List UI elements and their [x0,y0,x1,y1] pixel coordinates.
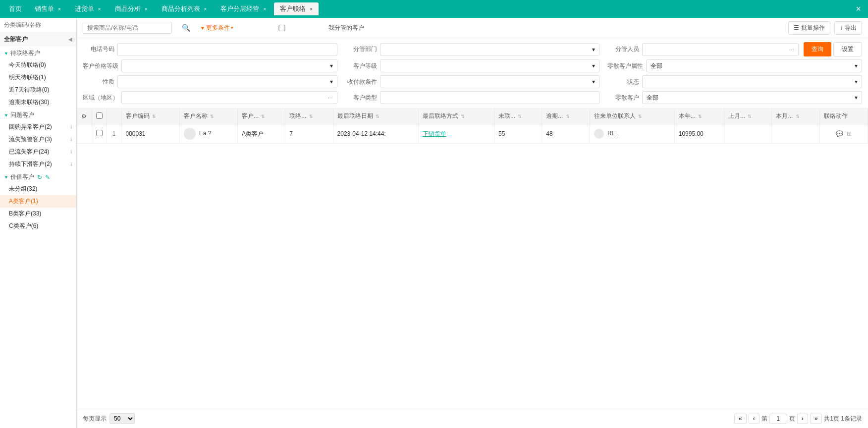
phone-input[interactable] [117,43,337,56]
th-not-contacted[interactable]: 未联... ⇅ [494,108,542,124]
nav-tab-purchase-close[interactable]: × [98,6,101,12]
phone-field[interactable] [122,46,333,53]
nav-tab-product-list-close[interactable]: × [204,6,207,12]
sort-icon-this-year: ⇅ [698,114,702,119]
retail-attr-select[interactable]: 全部 ▾ [646,59,862,72]
nav-tab-customer-contact-close[interactable]: × [310,6,313,12]
th-last-contact-method[interactable]: 最后联络方式 ⇅ [418,108,494,124]
sidebar-group-value[interactable]: ▼ 价值客户 ↻ ✎ [0,170,76,183]
th-this-year[interactable]: 本年... ⇅ [674,108,724,124]
value-group-edit-icon[interactable]: ✎ [45,174,50,181]
settings-button[interactable]: 设置 [833,42,862,56]
dept-select[interactable]: ▾ [380,43,600,56]
nature-select[interactable]: ▾ [117,75,337,88]
th-customer-level[interactable]: 客户... ⇅ [237,108,285,124]
sidebar-item-c-class[interactable]: C类客户(6) [0,220,76,232]
th-contact[interactable]: 联络... ⇅ [285,108,333,124]
td-last-contact-method[interactable]: 下销货单 [418,124,494,144]
sidebar-item-churn-warning[interactable]: 流失预警客户(3) ℹ [0,133,76,146]
sidebar-search-input[interactable] [4,21,77,28]
th-settings[interactable]: ⚙ [77,108,92,124]
th-company-contact[interactable]: 往来单位联系人 ⇅ [590,108,674,124]
manager-dots[interactable]: ··· [789,46,794,53]
advanced-filters: 电话号码 分管部门 ▾ 分管人员 ··· [77,38,868,108]
sidebar-item-today-pending[interactable]: 今天待联络(0) [0,59,76,71]
query-button[interactable]: 查询 [804,42,831,56]
sidebar-group-pending[interactable]: ▼ 待联络客户 [0,47,76,59]
sort-icon-not-contacted: ⇅ [518,114,522,119]
region-input[interactable]: ··· [121,91,337,104]
retail-customer-select[interactable]: 全部 ▾ [642,91,862,104]
customer-type-select[interactable] [380,91,600,104]
filter-bar: 🔍 ▼ 更多条件 ▾ 我分管的客户 ☰ 批量操作 ↓ 导出 [77,18,868,38]
sidebar-search-area: 🔍 [0,18,76,32]
customer-level-select[interactable]: ▾ [380,59,600,72]
th-this-month[interactable]: 本月... ⇅ [772,108,819,124]
prev-page-button[interactable]: ‹ [749,414,760,424]
export-button[interactable]: ↓ 导出 [834,21,862,35]
nav-tab-product-analysis[interactable]: 商品分析 × [109,2,154,15]
status-select[interactable]: ▾ [642,75,862,88]
more-conditions-btn[interactable]: ▼ 更多条件 ▾ [200,24,233,32]
th-action: 联络动作 [819,108,868,124]
next-page-button[interactable]: › [797,414,808,424]
value-group-refresh-icon[interactable]: ↻ [37,174,42,181]
sidebar-item-abnormal-repurchase[interactable]: 回购异常客户(2) ℹ [0,121,76,133]
th-last-month[interactable]: 上月... ⇅ [724,108,772,124]
nav-tab-product-analysis-close[interactable]: × [145,6,148,12]
td-not-contacted: 55 [494,124,542,144]
price-level-select[interactable]: ▾ [121,59,337,72]
close-all-button[interactable]: × [853,4,864,14]
sidebar-item-declining[interactable]: 持续下滑客户(2) ℹ [0,158,76,170]
th-customer-name[interactable]: 客户名称 ⇅ [179,108,237,124]
nav-tab-sales-close[interactable]: × [58,6,61,12]
last-contact-method-link[interactable]: 下销货单 [423,130,446,137]
td-overdue: 48 [542,124,590,144]
sidebar-item-7days-pending[interactable]: 近7天待联络(0) [0,84,76,96]
search-input[interactable] [83,22,172,34]
retail-customer-chevron: ▾ [855,94,858,101]
payment-select[interactable]: ▾ [380,75,600,88]
nav-tab-product-list[interactable]: 商品分析列表 × [156,2,213,15]
sidebar-all-customers[interactable]: 全部客户 ◀ [0,32,76,47]
sidebar-item-b-class[interactable]: B类客户(33) [0,208,76,220]
nav-home[interactable]: 首页 [4,2,27,15]
th-customer-code[interactable]: 客户编码 ⇅ [121,108,179,124]
search-button[interactable]: 🔍 [176,21,196,35]
nav-tab-customer-segment-close[interactable]: × [263,6,266,12]
manager-input[interactable]: ··· [642,43,799,56]
first-page-button[interactable]: « [734,414,747,424]
pagination: 每页显示 50 100 « ‹ 第 页 › » 共1页 1条记录 [77,409,868,428]
sidebar-item-tomorrow-pending[interactable]: 明天待联络(1) [0,71,76,84]
region-field[interactable] [126,94,328,101]
sort-icon-code: ⇅ [152,114,156,119]
filter-price-level: 客户价格等级 ▾ [83,59,337,72]
nav-tab-customer-contact[interactable]: 客户联络 × [274,2,319,15]
td-customer-name: Ea ? [179,124,237,144]
my-customers-checkbox[interactable] [237,25,326,31]
page-input[interactable] [769,414,787,424]
qr-icon[interactable]: ⊞ [847,130,852,137]
sidebar: 🔍 全部客户 ◀ ▼ 待联络客户 今天待联络(0) 明天待联络(1) 近7天待联… [0,18,77,428]
sidebar-group-problem[interactable]: ▼ 问题客户 [0,108,76,121]
last-page-button[interactable]: » [810,414,822,424]
nav-tab-customer-segment[interactable]: 客户分层经营 × [215,2,272,15]
sidebar-item-churned[interactable]: 已流失客户(24) ℹ [0,146,76,158]
select-all-checkbox[interactable] [96,112,103,119]
th-overdue[interactable]: 逾期... ⇅ [542,108,590,124]
td-this-year: 10995.00 [674,124,724,144]
sidebar-item-overdue-pending[interactable]: 逾期未联络(30) [0,96,76,108]
manager-field[interactable] [647,46,789,53]
chat-icon[interactable]: 💬 [836,130,843,137]
sidebar-item-a-class[interactable]: A类客户(1) [0,195,76,208]
nav-tab-purchase[interactable]: 进货单 × [69,2,107,15]
row-checkbox[interactable] [96,130,103,136]
info-icon-2: ℹ [70,137,72,142]
region-dots[interactable]: ··· [328,94,333,101]
nav-tab-sales[interactable]: 销售单 × [29,2,67,15]
batch-op-button[interactable]: ☰ 批量操作 [788,21,830,35]
my-customers-checkbox-label[interactable]: 我分管的客户 [237,24,364,32]
page-size-select[interactable]: 50 100 [109,413,135,424]
th-last-contact-date[interactable]: 最后联络日期 ⇅ [333,108,418,124]
sidebar-item-unclassified[interactable]: 未分组(32) [0,183,76,195]
